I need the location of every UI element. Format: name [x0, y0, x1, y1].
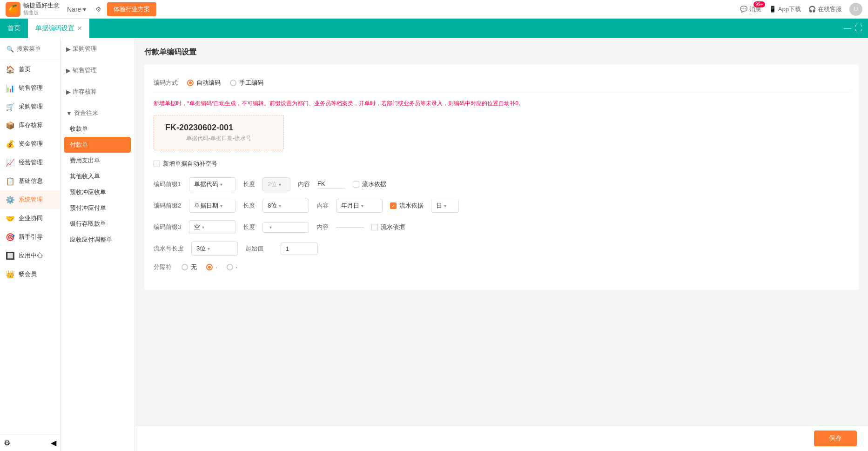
sidebar-sales-label: 销售管理	[19, 84, 43, 92]
start-value-input[interactable]	[281, 242, 318, 255]
service-btn[interactable]: 🎧 在线客服	[808, 5, 842, 13]
sidebar-search-area: 🔍 搜索菜单	[0, 38, 60, 60]
stream3-checkbox[interactable]	[371, 224, 378, 230]
search-menu-btn[interactable]: 🔍 搜索菜单	[4, 43, 56, 55]
collapse-icon[interactable]: ◀	[51, 438, 56, 447]
prefix3-select[interactable]: 空 ▾	[189, 220, 236, 234]
sidebar-apps-label: 应用中心	[19, 251, 43, 260]
sub-group-purchase: ▶ 采购管理	[61, 38, 135, 60]
sub-item-bank[interactable]: 银行存取款单	[61, 216, 135, 232]
top-bar: 🍊 畅捷通好生意 插曲版 Nare ▾ ⚙ 体验行业方案 💬 消息 99+ 📱 …	[0, 0, 868, 19]
auto-fill-checkbox[interactable]	[154, 161, 160, 167]
app-download-btn[interactable]: 📱 App下载	[769, 5, 801, 13]
tab-close-icon[interactable]: ✕	[77, 25, 82, 32]
serial-length-label: 流水号长度	[154, 244, 184, 253]
sidebar-item-system[interactable]: ⚙️ 系统管理	[0, 190, 60, 209]
sep-none-option[interactable]: 无	[182, 263, 197, 271]
sidebar-item-member[interactable]: 👑 畅会员	[0, 265, 60, 283]
stream1-checkbox[interactable]	[353, 181, 359, 188]
separator-row: 分隔符 无 · ·	[154, 263, 849, 271]
sidebar-item-home[interactable]: 🏠 首页	[0, 60, 60, 79]
sidebar-item-basic[interactable]: 📋 基础信息	[0, 172, 60, 190]
prefix3-chevron: ▾	[202, 225, 204, 230]
sidebar-item-inventory[interactable]: 📦 库存核算	[0, 116, 60, 135]
stream2-unit-chevron: ▾	[444, 203, 446, 209]
save-button[interactable]: 保存	[814, 431, 857, 446]
sidebar-enterprise-label: 企业协同	[19, 214, 43, 222]
sub-header-inventory[interactable]: ▶ 库存核算	[61, 84, 135, 100]
stream2-unit-select[interactable]: 日 ▾	[431, 199, 459, 213]
sidebar-guide-label: 新手引导	[19, 233, 43, 241]
sidebar-item-purchase[interactable]: 🛒 采购管理	[0, 97, 60, 116]
prefix2-select[interactable]: 单据日期 ▾	[189, 199, 236, 213]
operation-icon: 📈	[6, 158, 15, 167]
sidebar-item-operation[interactable]: 📈 经营管理	[0, 153, 60, 172]
tab-encode-settings[interactable]: 单据编码设置 ✕	[28, 19, 89, 38]
manual-encode-radio[interactable]	[230, 80, 236, 86]
finance-icon: 💰	[6, 139, 15, 148]
nav-dropdown[interactable]: Nare ▾	[63, 4, 90, 15]
content3-label: 内容	[316, 223, 329, 231]
serial-length-value: 3位	[196, 244, 206, 253]
sidebar-item-guide[interactable]: 🎯 新手引导	[0, 228, 60, 246]
sidebar-item-sales[interactable]: 📊 销售管理	[0, 79, 60, 97]
sub-item-expense[interactable]: 费用支出单	[61, 153, 135, 168]
encoding-method-label: 编码方式	[154, 79, 178, 87]
prefix-row-3: 编码前缀3 空 ▾ 长度 ▾ 内容 流水依据	[154, 220, 849, 234]
settings-icon[interactable]: ⚙	[92, 4, 105, 15]
message-btn[interactable]: 💬 消息 99+	[740, 5, 761, 13]
stream2-checkbox[interactable]: ✓	[390, 202, 397, 209]
content2-select[interactable]: 年月日 ▾	[336, 199, 383, 213]
length2-label: 长度	[243, 202, 255, 210]
prefix2-label: 编码前缀2	[154, 202, 182, 210]
sub-header-sales[interactable]: ▶ 销售管理	[61, 62, 135, 78]
sidebar-item-apps[interactable]: 🔲 应用中心	[0, 246, 60, 265]
sub-header-fund[interactable]: ▼ 资金往来	[61, 105, 135, 121]
sub-item-adjust[interactable]: 应收应付调整单	[61, 232, 135, 248]
chevron-down-icon2: ▼	[66, 110, 72, 117]
length2-select[interactable]: 8位 ▾	[262, 199, 309, 213]
sub-item-other-income[interactable]: 其他收入单	[61, 168, 135, 184]
sub-group-inventory: ▶ 库存核算	[61, 81, 135, 102]
sep-dot2-label: ·	[236, 264, 238, 271]
tab-actions: — ⛶	[844, 24, 868, 33]
user-avatar[interactable]: U	[849, 3, 862, 16]
prefix-row-1: 编码前缀1 单据代码 ▾ 长度 2位 ▾ 内容 FK 流水依据	[154, 177, 849, 191]
sub-item-receipt[interactable]: 收款单	[61, 121, 135, 137]
sidebar-item-enterprise[interactable]: 🤝 企业协同	[0, 209, 60, 228]
sub-item-advance-pay[interactable]: 预付冲应付单	[61, 200, 135, 216]
sep-dot-option[interactable]: ·	[206, 264, 217, 271]
apps-icon: 🔲	[6, 251, 15, 260]
service-label: 在线客服	[818, 5, 842, 13]
sep-dot2-option[interactable]: ·	[227, 264, 238, 271]
auto-encode-radio[interactable]	[187, 80, 194, 86]
maximize-icon[interactable]: ⛶	[855, 24, 862, 33]
auto-encode-label: 自动编码	[196, 79, 221, 87]
prefix1-select[interactable]: 单据代码 ▾	[189, 177, 236, 191]
serial-length-select[interactable]: 3位 ▾	[191, 242, 238, 256]
sub-item-advance-recv[interactable]: 预收冲应收单	[61, 184, 135, 200]
sidebar-item-finance[interactable]: 💰 资金管理	[0, 135, 60, 153]
sep-dot-radio[interactable]	[206, 264, 213, 270]
manual-encode-label: 手工编码	[239, 79, 263, 87]
page-title: 付款单编码设置	[144, 47, 859, 57]
home-icon: 🏠	[6, 65, 15, 74]
stream2-unit-value: 日	[436, 202, 442, 210]
tab-home[interactable]: 首页	[0, 19, 28, 38]
sep-none-radio[interactable]	[182, 264, 188, 270]
sub-group-fund: ▼ 资金往来 收款单 付款单 费用支出单 其他收入单 预收冲应收单 预付冲应付单	[61, 102, 135, 250]
sub-header-purchase[interactable]: ▶ 采购管理	[61, 41, 135, 57]
message-badge: 99+	[754, 1, 765, 7]
auto-encode-option[interactable]: 自动编码	[187, 79, 221, 87]
minimize-icon[interactable]: —	[844, 24, 851, 33]
app-label: App下载	[778, 5, 801, 13]
length3-select[interactable]: ▾	[262, 222, 309, 233]
length1-value: 2位	[268, 180, 277, 188]
sep-dot2-radio[interactable]	[227, 264, 233, 270]
message-icon: 💬	[740, 6, 747, 13]
settings-bottom-icon[interactable]: ⚙	[4, 438, 10, 447]
sidebar-purchase-label: 采购管理	[19, 102, 43, 111]
manual-encode-option[interactable]: 手工编码	[230, 79, 263, 87]
industry-btn[interactable]: 体验行业方案	[107, 2, 156, 16]
sub-item-payment[interactable]: 付款单	[64, 137, 131, 153]
